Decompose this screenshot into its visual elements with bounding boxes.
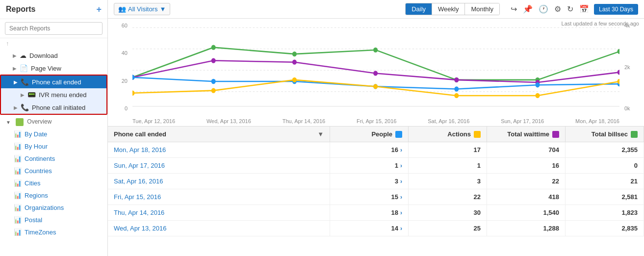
- table-area: Phone call ended ▼ People Actions Total …: [108, 127, 644, 256]
- search-input[interactable]: [5, 22, 103, 35]
- share-icon[interactable]: ↪: [510, 3, 518, 15]
- svg-point-7: [292, 51, 297, 56]
- table-row: Sat, Apr 16, 2016 3 › 3 22 21: [108, 174, 644, 189]
- td-date-0[interactable]: Mon, Apr 18, 2016: [108, 142, 330, 157]
- overview-item-label: Continents: [25, 155, 55, 162]
- last-days-button[interactable]: Last 30 Days: [594, 4, 638, 15]
- sidebar-header: Reports +: [0, 0, 107, 19]
- arrow-icon: ▶: [13, 53, 20, 58]
- overview-item-countries[interactable]: 📊 Countries: [0, 165, 107, 177]
- svg-point-14: [292, 60, 297, 65]
- td-people-3: 15 ›: [330, 189, 409, 205]
- sidebar-item-label: Phone call initiated: [32, 104, 85, 111]
- x-label-4: Sat, Apr 16, 2016: [428, 118, 469, 124]
- td-billsec-1: 0: [566, 158, 644, 173]
- overview-header[interactable]: ▼ Overview: [0, 115, 107, 128]
- overview-item-by-date[interactable]: 📊 By Date: [0, 128, 107, 140]
- y-axis-right: 4k 2k 0k: [622, 23, 644, 111]
- phone-init-icon: 📞: [21, 103, 29, 111]
- x-label-3: Fri, Apr 15, 2016: [357, 118, 396, 124]
- svg-point-6: [211, 45, 216, 50]
- overview-icon: [16, 118, 24, 126]
- svg-point-29: [373, 84, 378, 89]
- td-people-4: 18 ›: [330, 205, 409, 220]
- billsec-color-icon: [631, 131, 638, 138]
- chevron-right-icon[interactable]: ›: [400, 178, 402, 185]
- visitors-filter-button[interactable]: 👥 All Visitors ▼: [114, 3, 170, 15]
- overview-item-postal[interactable]: 📊 Postal: [0, 214, 107, 226]
- svg-point-16: [454, 77, 459, 82]
- top-bar: 👥 All Visitors ▼ Daily Weekly Monthly ↪ …: [108, 0, 644, 19]
- dimension-dropdown-icon[interactable]: ▼: [317, 130, 324, 138]
- overview-item-cities[interactable]: 📊 Cities: [0, 177, 107, 189]
- sidebar-item-ivr-menu[interactable]: ▶ 📟 IVR menu ended: [1, 88, 106, 101]
- td-waittime-4: 1,540: [487, 205, 566, 220]
- td-billsec-4: 1,823: [566, 205, 644, 220]
- sidebar-item-label: IVR menu ended: [39, 91, 87, 99]
- y-label-0k: 0k: [624, 105, 630, 111]
- td-date-4[interactable]: Thu, Apr 14, 2016: [108, 205, 330, 220]
- clock-icon[interactable]: 🕐: [538, 3, 549, 15]
- pageview-icon: 📄: [20, 64, 28, 72]
- td-people-0: 16 ›: [330, 142, 409, 157]
- actions-color-icon: [474, 131, 481, 138]
- chevron-right-icon[interactable]: ›: [400, 225, 402, 232]
- bar-chart-icon: 📊: [14, 229, 22, 236]
- settings-icon[interactable]: ⚙: [553, 3, 562, 15]
- daily-button[interactable]: Daily: [406, 3, 432, 15]
- refresh-icon[interactable]: ↻: [566, 3, 574, 15]
- td-date-2[interactable]: Sat, Apr 16, 2016: [108, 174, 330, 189]
- td-waittime-5: 1,288: [487, 221, 566, 236]
- sidebar-item-phone-call-ended[interactable]: ▶ 📞 Phone call ended: [1, 76, 106, 88]
- td-date-3[interactable]: Fri, Apr 15, 2016: [108, 189, 330, 205]
- y-axis-left: 60 40 20 0: [108, 23, 130, 111]
- td-date-5[interactable]: Wed, Apr 13, 2016: [108, 221, 330, 236]
- overview-item-label: By Date: [25, 130, 47, 138]
- calendar-icon: 📅: [578, 3, 590, 15]
- overview-item-timezones[interactable]: 📊 TimeZones: [0, 226, 107, 238]
- overview-item-by-hour[interactable]: 📊 By Hour: [0, 140, 107, 153]
- arrow-icon: ▶: [21, 92, 27, 98]
- arrow-icon: ▶: [14, 79, 21, 85]
- chevron-right-icon[interactable]: ›: [400, 194, 402, 201]
- add-report-button[interactable]: +: [96, 5, 102, 14]
- sidebar-item-phone-call-initiated[interactable]: ▶ 📞 Phone call initiated: [1, 101, 106, 114]
- td-date-1[interactable]: Sun, Apr 17, 2016: [108, 158, 330, 173]
- overview-item-regions[interactable]: 📊 Regions: [0, 189, 107, 202]
- monthly-button[interactable]: Monthly: [465, 3, 499, 15]
- bar-chart-icon: 📊: [14, 192, 22, 199]
- pin-icon[interactable]: 📌: [522, 3, 534, 15]
- overview-label: Overview: [16, 118, 52, 126]
- td-actions-4: 30: [409, 205, 487, 220]
- y-label-0: 0: [125, 105, 128, 111]
- th-dimension-label: Phone call ended: [114, 130, 166, 138]
- td-actions-2: 3: [409, 174, 487, 189]
- td-actions-5: 25: [409, 221, 487, 236]
- visitors-dropdown-icon: ▼: [159, 5, 166, 13]
- chevron-right-icon[interactable]: ›: [400, 209, 402, 216]
- chevron-right-icon[interactable]: ›: [400, 162, 402, 169]
- sidebar-item-pageview[interactable]: ▶ 📄 Page View: [0, 62, 107, 75]
- visitors-label: All Visitors: [128, 5, 157, 13]
- chevron-right-icon[interactable]: ›: [400, 147, 402, 154]
- waittime-color-icon: [552, 131, 559, 138]
- arrow-icon: ▶: [13, 66, 20, 71]
- weekly-button[interactable]: Weekly: [432, 3, 465, 15]
- td-waittime-0: 704: [487, 142, 566, 157]
- overview-item-continents[interactable]: 📊 Continents: [0, 153, 107, 165]
- overview-item-organizations[interactable]: 📊 Organizations: [0, 202, 107, 214]
- th-waittime: Total waittime: [487, 127, 566, 142]
- td-billsec-0: 2,355: [566, 142, 644, 157]
- overview-section: ▼ Overview 📊 By Date 📊 By Hour 📊: [0, 115, 107, 238]
- last-days-label: Last 30 Days: [599, 6, 633, 13]
- table-row: Mon, Apr 18, 2016 16 › 17 704 2,355: [108, 142, 644, 158]
- th-billsec-label: Total billsec: [592, 130, 628, 138]
- app-container: Reports + ↑ ▶ ☁ Download ▶ 📄 Page View: [0, 0, 644, 256]
- td-billsec-3: 2,581: [566, 189, 644, 205]
- overview-item-label: Regions: [25, 192, 48, 199]
- overview-arrow-icon: ▼: [6, 120, 13, 125]
- x-label-2: Thu, Apr 14, 2016: [283, 118, 325, 124]
- overview-item-label: Cities: [25, 179, 41, 187]
- sidebar-item-download[interactable]: ▶ ☁ Download: [0, 49, 107, 62]
- svg-point-23: [454, 86, 459, 91]
